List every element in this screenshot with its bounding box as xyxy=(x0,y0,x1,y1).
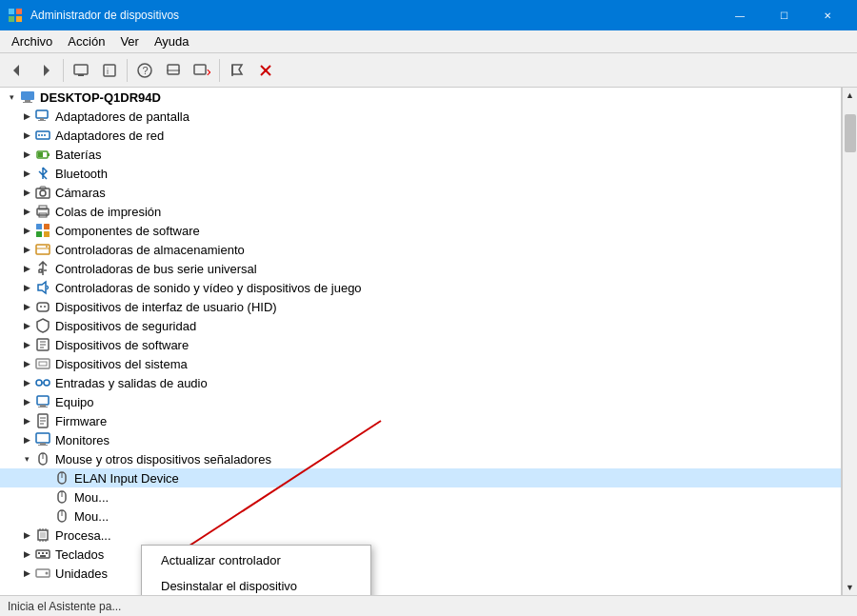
list-item[interactable]: ▶ Entradas y salidas de audio xyxy=(0,373,841,392)
svg-rect-40 xyxy=(44,224,50,229)
computer3-icon xyxy=(34,393,51,410)
mouse-device2-icon xyxy=(53,488,70,506)
svg-point-91 xyxy=(46,572,49,575)
svg-rect-12 xyxy=(168,65,179,74)
toolbar-properties[interactable]: i xyxy=(96,57,123,84)
list-item[interactable]: ▶ ELAN Input Device xyxy=(0,468,841,487)
processor-icon xyxy=(34,527,51,544)
svg-rect-14 xyxy=(194,65,206,74)
list-item[interactable]: ▶ Unidades xyxy=(0,564,841,583)
svg-rect-88 xyxy=(46,552,48,554)
menu-accion[interactable]: Acción xyxy=(60,32,112,50)
svg-marker-46 xyxy=(38,282,46,293)
toolbar-update[interactable]: ✕ xyxy=(189,57,215,84)
expander[interactable]: ▶ xyxy=(19,109,34,124)
list-item[interactable]: ▶ Colas de impresión xyxy=(0,202,841,221)
toolbar-scan[interactable] xyxy=(160,57,187,84)
toolbar-help[interactable]: ? xyxy=(131,57,158,84)
list-item[interactable]: ▶ Baterías xyxy=(0,145,841,164)
svg-rect-31 xyxy=(48,153,50,156)
svg-rect-21 xyxy=(25,100,30,102)
svg-rect-78 xyxy=(40,532,46,538)
list-item[interactable]: ▶ Firmware xyxy=(0,411,841,430)
tree-root[interactable]: ▾ DESKTOP-Q1DR94D xyxy=(0,88,841,107)
scroll-thumb[interactable] xyxy=(845,114,856,152)
svg-rect-87 xyxy=(42,552,44,554)
svg-rect-47 xyxy=(37,303,49,311)
svg-marker-5 xyxy=(44,65,50,76)
list-item[interactable]: ▶ Teclados xyxy=(0,545,841,564)
network-adapter-icon xyxy=(34,127,51,144)
svg-rect-6 xyxy=(74,65,88,74)
list-item[interactable]: ▶ Mou... xyxy=(0,507,841,526)
maximize-button[interactable]: ☐ xyxy=(762,0,806,30)
svg-text:✕: ✕ xyxy=(206,67,210,78)
list-item[interactable]: ▶ Adaptadores de pantalla xyxy=(0,107,841,126)
svg-point-57 xyxy=(44,380,50,386)
svg-rect-55 xyxy=(39,362,47,366)
minimize-button[interactable]: — xyxy=(718,0,762,30)
list-item[interactable]: ▶ Cámaras xyxy=(0,183,841,202)
firmware-icon xyxy=(34,412,51,429)
svg-point-34 xyxy=(40,190,46,196)
svg-rect-22 xyxy=(23,102,32,103)
list-item[interactable]: ▶ Dispositivos de seguridad xyxy=(0,316,841,335)
list-item[interactable]: ▶ Componentes de software xyxy=(0,221,841,240)
svg-rect-41 xyxy=(36,231,42,237)
close-button[interactable]: ✕ xyxy=(806,0,849,30)
list-item[interactable]: ▶ Adaptadores de red xyxy=(0,126,841,145)
ctx-uninstall-device[interactable]: Desinstalar el dispositivo xyxy=(142,573,370,595)
scrollbar[interactable]: ▲ ▼ xyxy=(842,88,857,595)
title-bar-controls: — ☐ ✕ xyxy=(718,0,849,30)
list-item[interactable]: ▶ Controladoras de bus serie universal xyxy=(0,259,841,278)
svg-rect-2 xyxy=(9,16,14,22)
list-item[interactable]: ▶ Bluetooth xyxy=(0,164,841,183)
menu-ayuda[interactable]: Ayuda xyxy=(147,32,197,50)
menu-archivo[interactable]: Archivo xyxy=(4,32,60,50)
camera-icon xyxy=(34,184,51,201)
svg-marker-4 xyxy=(13,65,19,76)
toolbar-device-manager[interactable] xyxy=(68,57,94,84)
svg-rect-43 xyxy=(36,245,50,254)
toolbar-flag[interactable] xyxy=(224,57,250,84)
keyboard-icon xyxy=(34,546,51,563)
svg-rect-8 xyxy=(104,65,115,76)
list-item[interactable]: ▶ Monitores xyxy=(0,430,841,449)
toolbar: i ? ✕ xyxy=(0,53,857,88)
tree-view[interactable]: ▾ DESKTOP-Q1DR94D ▶ Adaptadores de panta… xyxy=(0,88,842,595)
scroll-down[interactable]: ▼ xyxy=(843,580,858,595)
toolbar-forward[interactable] xyxy=(32,57,59,84)
ctx-update-driver[interactable]: Actualizar controlador xyxy=(142,547,370,573)
svg-text:?: ? xyxy=(143,65,149,76)
battery-icon xyxy=(34,146,51,163)
list-item[interactable]: ▶ Procesa... xyxy=(0,526,841,545)
svg-rect-67 xyxy=(40,443,46,445)
list-item[interactable]: ▶ Equipo xyxy=(0,392,841,411)
storage-icon xyxy=(34,241,51,258)
list-item[interactable]: ▾ Mouse y otros dispositivos señaladores xyxy=(0,449,841,468)
expander-root[interactable]: ▾ xyxy=(4,89,19,105)
svg-rect-39 xyxy=(36,224,42,229)
toolbar-back[interactable] xyxy=(4,57,30,84)
svg-rect-32 xyxy=(38,152,43,157)
svg-rect-60 xyxy=(40,405,46,407)
svg-rect-66 xyxy=(36,433,50,443)
svg-rect-3 xyxy=(16,16,22,22)
menu-ver[interactable]: Ver xyxy=(112,32,147,50)
menu-bar: Archivo Acción Ver Ayuda xyxy=(0,30,857,53)
sep1 xyxy=(63,59,64,82)
toolbar-delete[interactable] xyxy=(252,57,279,84)
scroll-up[interactable]: ▲ xyxy=(843,88,858,103)
svg-rect-86 xyxy=(38,552,40,554)
svg-text:i: i xyxy=(107,67,109,76)
svg-point-45 xyxy=(46,246,48,248)
svg-rect-42 xyxy=(44,231,50,237)
svg-rect-24 xyxy=(40,118,44,120)
bluetooth-icon xyxy=(34,165,51,182)
list-item[interactable]: ▶ Controladoras de almacenamiento xyxy=(0,240,841,259)
list-item[interactable]: ▶ Dispositivos de interfaz de usuario (H… xyxy=(0,297,841,316)
list-item[interactable]: ▶ Mou... xyxy=(0,487,841,507)
list-item[interactable]: ▶ Dispositivos del sistema xyxy=(0,354,841,373)
list-item[interactable]: ▶ Controladoras de sonido y vídeo y disp… xyxy=(0,278,841,297)
list-item[interactable]: ▶ Dispositivos de software xyxy=(0,335,841,354)
